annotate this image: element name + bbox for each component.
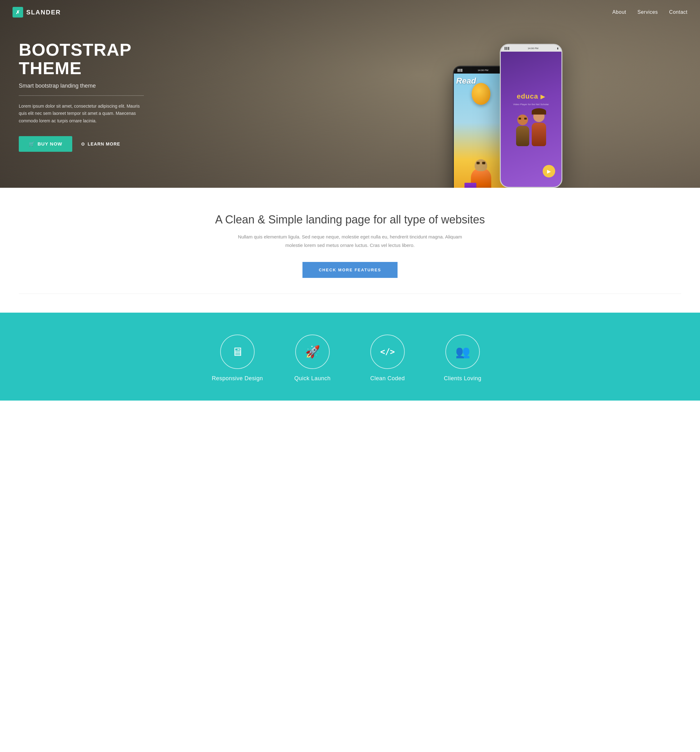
glasses-left bbox=[476, 162, 480, 164]
educa-name: educa bbox=[517, 92, 538, 100]
char2-hair bbox=[532, 108, 546, 115]
nav-link-contact[interactable]: Contact bbox=[669, 9, 688, 15]
read-app-title: Read bbox=[456, 76, 476, 86]
hero-description: Lorem ipsum dolor sit amet, consectetur … bbox=[19, 103, 144, 125]
char2-body bbox=[532, 123, 546, 146]
character-head bbox=[475, 159, 487, 171]
services-grid: 🖥 Responsive Design 🚀 Quick Launch </> C… bbox=[12, 334, 688, 382]
nav-item-contact[interactable]: Contact bbox=[669, 9, 688, 15]
services-section: 🖥 Responsive Design 🚀 Quick Launch </> C… bbox=[0, 312, 700, 401]
info-icon: ⊙ bbox=[81, 141, 85, 146]
time-black: 14:06 PM bbox=[478, 69, 488, 71]
features-description: Nullam quis elementum ligula. Sed neque … bbox=[237, 233, 463, 249]
clients-icon-circle: 👥 bbox=[445, 334, 480, 369]
features-section: A Clean & Simple landing page for all ty… bbox=[0, 188, 700, 312]
responsive-label: Responsive Design bbox=[212, 375, 263, 382]
hero-section: BOOTSTRAP THEME Smart bootstrap landing … bbox=[0, 0, 700, 188]
hero-title: BOOTSTRAP THEME bbox=[19, 41, 144, 78]
char1-head bbox=[517, 115, 528, 125]
char1-body bbox=[516, 126, 529, 146]
launch-icon-circle: 🚀 bbox=[295, 334, 330, 369]
phone-screen-white: ▐▐▐ 14:06 PM ▮ educa ▶ Video Player for … bbox=[501, 45, 562, 187]
features-title: A Clean & Simple landing page for all ty… bbox=[19, 213, 681, 226]
educa-characters bbox=[516, 111, 546, 146]
educa-logo: educa ▶ bbox=[517, 92, 545, 101]
phone-mockups: ▐▐▐ 14:06 PM ▮ Read bbox=[315, 0, 700, 188]
features-divider bbox=[19, 294, 681, 294]
code-icon: </> bbox=[380, 347, 395, 356]
educa-app-screen: educa ▶ Video Player for the Net Scholar bbox=[501, 52, 562, 187]
hero-content: BOOTSTRAP THEME Smart bootstrap landing … bbox=[0, 0, 163, 171]
logo[interactable]: ✗ SLANDER bbox=[12, 7, 61, 17]
glasses-right bbox=[482, 162, 486, 164]
time-white: 14:06 PM bbox=[528, 47, 538, 50]
nav-item-about[interactable]: About bbox=[612, 9, 626, 15]
service-item-responsive: 🖥 Responsive Design bbox=[209, 334, 265, 382]
responsive-icon-circle: 🖥 bbox=[220, 334, 255, 369]
logo-icon: ✗ bbox=[12, 7, 23, 17]
char2 bbox=[532, 111, 546, 146]
clients-label: Clients Loving bbox=[444, 375, 481, 382]
educa-play-icon: ▶ bbox=[540, 93, 545, 100]
service-item-clean: </> Clean Coded bbox=[359, 334, 416, 382]
buy-now-button[interactable]: 🛒 BUY NOW bbox=[19, 136, 72, 152]
navbar: ✗ SLANDER About Services Contact bbox=[0, 0, 700, 25]
users-icon: 👥 bbox=[455, 345, 470, 359]
buy-now-label: BUY NOW bbox=[37, 141, 62, 146]
launch-label: Quick Launch bbox=[294, 375, 331, 382]
char1-glasses-r bbox=[524, 118, 527, 120]
nav-links: About Services Contact bbox=[612, 9, 688, 15]
clean-icon-circle: </> bbox=[370, 334, 405, 369]
nav-link-services[interactable]: Services bbox=[638, 9, 658, 15]
balloon bbox=[472, 83, 490, 105]
monitor-icon: 🖥 bbox=[231, 345, 243, 359]
learn-more-button[interactable]: ⊙ LEARN MORE bbox=[81, 141, 120, 146]
char1-glasses-l bbox=[518, 118, 521, 120]
hero-subtitle: Smart bootstrap landing theme bbox=[19, 82, 144, 89]
cart-icon: 🛒 bbox=[29, 141, 35, 147]
learn-more-label: LEARN MORE bbox=[88, 141, 120, 146]
char1 bbox=[516, 115, 529, 146]
logo-text: SLANDER bbox=[26, 9, 61, 16]
status-bar-white: ▐▐▐ 14:06 PM ▮ bbox=[501, 45, 562, 52]
nav-link-about[interactable]: About bbox=[612, 9, 626, 15]
service-item-launch: 🚀 Quick Launch bbox=[284, 334, 341, 382]
play-button[interactable]: ▶ bbox=[543, 165, 555, 177]
service-item-clients: 👥 Clients Loving bbox=[435, 334, 491, 382]
signal-icon: ▐▐▐ bbox=[457, 69, 462, 71]
educa-subtitle: Video Player for the Net Scholar bbox=[513, 103, 549, 106]
char2-head bbox=[533, 111, 545, 122]
rocket-icon: 🚀 bbox=[305, 345, 320, 359]
check-features-button[interactable]: CHECK MORE FEATURES bbox=[303, 262, 397, 278]
battery-white: ▮ bbox=[557, 47, 558, 50]
signal-white: ▐▐▐ bbox=[504, 47, 509, 50]
nav-item-services[interactable]: Services bbox=[638, 9, 658, 15]
book bbox=[464, 183, 476, 188]
phone-white: ▐▐▐ 14:06 PM ▮ educa ▶ Video Player for … bbox=[500, 44, 562, 188]
hero-divider bbox=[19, 95, 144, 96]
hero-buttons: 🛒 BUY NOW ⊙ LEARN MORE bbox=[19, 136, 144, 152]
clean-label: Clean Coded bbox=[370, 375, 405, 382]
